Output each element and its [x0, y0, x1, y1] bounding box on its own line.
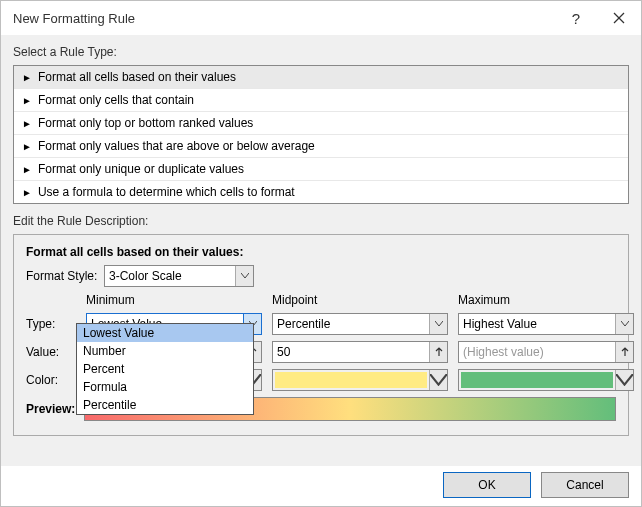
dialog-body: Select a Rule Type: ►Format all cells ba…	[1, 35, 641, 466]
col-head-mid: Midpoint	[272, 293, 448, 307]
rule-type-list: ►Format all cells based on their values …	[13, 65, 629, 204]
chevron-down-icon	[235, 266, 253, 286]
rule-type-text: Use a formula to determine which cells t…	[38, 185, 295, 199]
bullet-icon: ►	[22, 164, 32, 175]
col-head-min: Minimum	[86, 293, 262, 307]
color-max-combo[interactable]	[458, 369, 634, 391]
button-row: OK Cancel	[1, 466, 641, 506]
dropdown-option[interactable]: Lowest Value	[77, 324, 253, 342]
ref-picker-icon[interactable]	[429, 342, 447, 362]
desc-heading: Format all cells based on their values:	[26, 245, 616, 259]
bullet-icon: ►	[22, 95, 32, 106]
type-max-value: Highest Value	[463, 317, 537, 331]
type-mid-value: Percentile	[277, 317, 330, 331]
rule-type-text: Format only cells that contain	[38, 93, 194, 107]
type-max-combo[interactable]: Highest Value	[458, 313, 634, 335]
rule-type-text: Format only values that are above or bel…	[38, 139, 315, 153]
rule-type-item[interactable]: ►Format only values that are above or be…	[14, 135, 628, 158]
dropdown-option[interactable]: Formula	[77, 378, 253, 396]
format-style-value: 3-Color Scale	[109, 269, 182, 283]
rule-type-text: Format only top or bottom ranked values	[38, 116, 253, 130]
value-mid-text: 50	[277, 345, 290, 359]
cancel-button[interactable]: Cancel	[541, 472, 629, 498]
type-min-dropdown: Lowest Value Number Percent Formula Perc…	[76, 323, 254, 415]
format-style-row: Format Style: 3-Color Scale	[26, 265, 616, 287]
chevron-down-icon	[429, 314, 447, 334]
close-icon	[613, 12, 625, 24]
dialog-title: New Formatting Rule	[13, 11, 556, 26]
rule-type-item[interactable]: ►Format only cells that contain	[14, 89, 628, 112]
format-style-combo[interactable]: 3-Color Scale	[104, 265, 254, 287]
rule-type-item[interactable]: ►Format only unique or duplicate values	[14, 158, 628, 181]
rule-type-item[interactable]: ►Use a formula to determine which cells …	[14, 181, 628, 203]
value-mid-input[interactable]: 50	[272, 341, 448, 363]
bullet-icon: ►	[22, 187, 32, 198]
dropdown-option[interactable]: Percent	[77, 360, 253, 378]
col-head-max: Maximum	[458, 293, 634, 307]
dropdown-option[interactable]: Number	[77, 342, 253, 360]
rule-type-text: Format all cells based on their values	[38, 70, 236, 84]
titlebar: New Formatting Rule ?	[1, 1, 641, 35]
type-mid-combo[interactable]: Percentile	[272, 313, 448, 335]
rule-type-item[interactable]: ►Format all cells based on their values	[14, 66, 628, 89]
rule-type-item[interactable]: ►Format only top or bottom ranked values	[14, 112, 628, 135]
type-label: Type:	[26, 317, 76, 331]
help-button[interactable]: ?	[556, 1, 596, 35]
value-max-input[interactable]: (Highest value)	[458, 341, 634, 363]
value-max-placeholder: (Highest value)	[463, 345, 544, 359]
chevron-down-icon	[429, 370, 447, 390]
dropdown-option[interactable]: Percentile	[77, 396, 253, 414]
edit-desc-label: Edit the Rule Description:	[13, 214, 629, 228]
rule-description-box: Format all cells based on their values: …	[13, 234, 629, 436]
rule-type-text: Format only unique or duplicate values	[38, 162, 244, 176]
color-max-swatch	[461, 372, 613, 388]
color-mid-swatch	[275, 372, 427, 388]
color-label: Color:	[26, 373, 76, 387]
bullet-icon: ►	[22, 118, 32, 129]
color-mid-combo[interactable]	[272, 369, 448, 391]
chevron-down-icon	[615, 370, 633, 390]
bullet-icon: ►	[22, 72, 32, 83]
value-label: Value:	[26, 345, 76, 359]
dialog-window: New Formatting Rule ? Select a Rule Type…	[0, 0, 642, 507]
format-style-label: Format Style:	[26, 269, 104, 283]
chevron-down-icon	[615, 314, 633, 334]
bullet-icon: ►	[22, 141, 32, 152]
close-button[interactable]	[596, 1, 641, 35]
ok-button[interactable]: OK	[443, 472, 531, 498]
rule-type-label: Select a Rule Type:	[13, 45, 629, 59]
ref-picker-icon[interactable]	[615, 342, 633, 362]
